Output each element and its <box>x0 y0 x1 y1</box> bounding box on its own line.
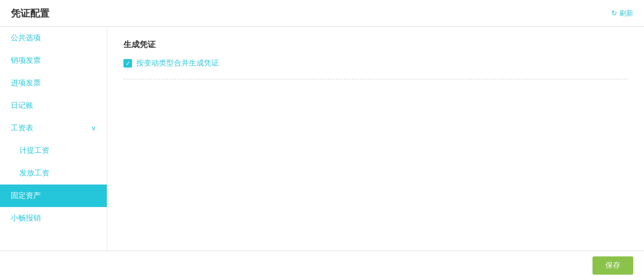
merge-type-label: 按变动类型合并生成凭证 <box>136 58 219 68</box>
refresh-button[interactable]: ↻ 刷新 <box>611 9 633 18</box>
chevron-down-icon: ∨ <box>91 124 96 132</box>
section-title: 生成凭证 <box>123 40 628 50</box>
sidebar-item-public[interactable]: 公共选项 <box>0 27 107 49</box>
sidebar-item-purchase-invoice[interactable]: 进项发票 <box>0 72 107 94</box>
main-content: 公共选项 销项发票 进项发票 日记账 工资表 ∨ 计提工资 发放工资 固定资产 … <box>0 27 644 250</box>
sidebar-item-payroll[interactable]: 工资表 ∨ <box>0 117 107 139</box>
content-area: 生成凭证 ✓ 按变动类型合并生成凭证 <box>107 27 644 250</box>
page-header: 凭证配置 ↻ 刷新 <box>0 0 644 27</box>
page-footer: 保存 <box>0 250 644 280</box>
checkbox-row: ✓ 按变动类型合并生成凭证 <box>123 58 628 68</box>
checkmark-icon: ✓ <box>126 61 130 67</box>
refresh-icon: ↻ <box>611 9 617 17</box>
sidebar-item-sales-invoice[interactable]: 销项发票 <box>0 49 107 72</box>
merge-type-checkbox[interactable]: ✓ <box>123 59 132 68</box>
section-divider <box>123 79 628 79</box>
sidebar: 公共选项 销项发票 进项发票 日记账 工资表 ∨ 计提工资 发放工资 固定资产 … <box>0 27 107 250</box>
save-button[interactable]: 保存 <box>592 256 633 275</box>
sidebar-item-calc-salary[interactable]: 计提工资 <box>0 139 107 162</box>
sidebar-item-journal[interactable]: 日记账 <box>0 94 107 117</box>
page-title: 凭证配置 <box>11 7 49 20</box>
sidebar-item-pay-salary[interactable]: 发放工资 <box>0 162 107 185</box>
sidebar-item-expense[interactable]: 小畅报销 <box>0 207 107 230</box>
sidebar-item-fixed-assets[interactable]: 固定资产 <box>0 185 107 207</box>
